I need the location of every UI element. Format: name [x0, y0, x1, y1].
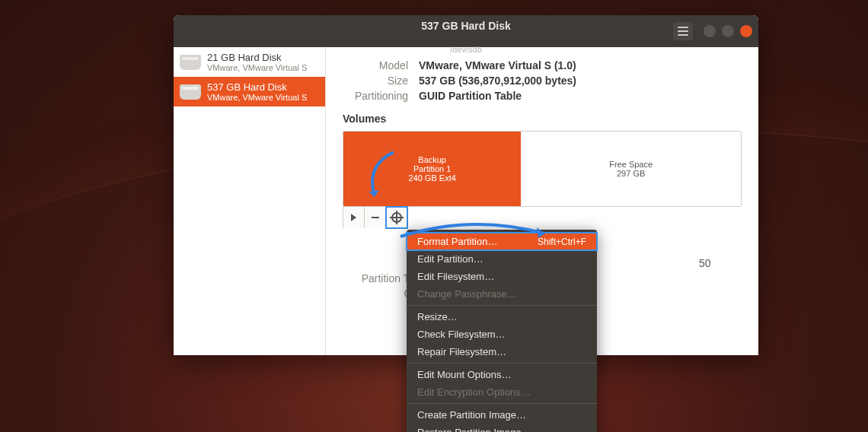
- delete-partition-button[interactable]: [365, 207, 386, 228]
- gear-icon: [391, 212, 402, 223]
- partitioning-value: GUID Partition Table: [419, 90, 522, 102]
- menu-item-label: Edit Encryption Options…: [417, 386, 531, 398]
- partition-name: Free Space: [609, 160, 653, 169]
- partition-size: 240 GB Ext4: [408, 173, 455, 183]
- menu-item-label: Restore Partition Image…: [417, 427, 531, 432]
- disk-list-sidebar: 21 GB Hard Disk VMware, VMware Virtual S…: [174, 47, 326, 355]
- disk-list-item[interactable]: 21 GB Hard Disk VMware, VMware Virtual S: [174, 47, 325, 77]
- menu-separator: [407, 403, 597, 404]
- menu-separator: [407, 305, 597, 306]
- menu-item[interactable]: Create Partition Image…: [407, 406, 597, 424]
- disk-list-item-selected[interactable]: 537 GB Hard Disk VMware, VMware Virtual …: [174, 77, 325, 106]
- hard-disk-icon: [180, 55, 201, 70]
- model-value: VMware, VMware Virtual S (1.0): [419, 59, 576, 71]
- size-label: Size: [343, 75, 408, 87]
- hamburger-menu-button[interactable]: [673, 22, 693, 40]
- menu-item-label: Change Passphrase…: [417, 288, 517, 300]
- menu-item[interactable]: Edit Mount Options…: [407, 366, 597, 383]
- close-button[interactable]: [740, 25, 752, 37]
- partition-name: Backup: [418, 155, 446, 164]
- partition-line2: Partition 1: [413, 164, 452, 173]
- hard-disk-icon: [180, 84, 201, 100]
- menu-item-label: Edit Filesystem…: [417, 271, 494, 282]
- menu-item[interactable]: Edit Partition…: [407, 250, 597, 268]
- window-controls: [673, 22, 752, 40]
- titlebar: 537 GB Hard Disk /dev/sdb: [174, 15, 758, 47]
- disk-item-subtitle: VMware, VMware Virtual S: [207, 93, 307, 102]
- minus-icon: [372, 217, 379, 218]
- mount-play-button[interactable]: [343, 207, 365, 228]
- menu-item: Change Passphrase…: [407, 285, 597, 303]
- menu-item[interactable]: Resize…: [407, 308, 597, 326]
- disk-item-title: 537 GB Hard Disk: [207, 81, 307, 93]
- menu-item[interactable]: Format Partition…Shift+Ctrl+F: [407, 233, 597, 250]
- disk-item-subtitle: VMware, VMware Virtual S: [207, 63, 307, 72]
- disk-item-title: 21 GB Hard Disk: [207, 52, 307, 63]
- model-label: Model: [343, 59, 408, 71]
- menu-item-label: Repair Filesystem…: [417, 346, 506, 357]
- partition-free-space[interactable]: Free Space 297 GB: [521, 132, 741, 206]
- minimize-button[interactable]: [704, 25, 716, 37]
- volumes-diagram[interactable]: Backup Partition 1 240 GB Ext4 Free Spac…: [343, 131, 742, 207]
- menu-separator: [407, 363, 597, 364]
- menu-item-label: Edit Mount Options…: [417, 369, 512, 380]
- menu-item-label: Format Partition…: [417, 236, 497, 247]
- menu-item: Edit Encryption Options…: [407, 383, 597, 401]
- partition-context-menu: Format Partition…Shift+Ctrl+FEdit Partit…: [407, 230, 597, 432]
- menu-item[interactable]: Check Filesystem…: [407, 326, 597, 343]
- play-icon: [351, 214, 356, 221]
- maximize-button[interactable]: [722, 25, 734, 37]
- menu-item-shortcut: Shift+Ctrl+F: [538, 237, 586, 247]
- partition-size: 297 GB: [617, 169, 645, 178]
- partition-backup[interactable]: Backup Partition 1 240 GB Ext4: [343, 132, 521, 206]
- menu-item-label: Edit Partition…: [417, 253, 483, 265]
- partition-options-button[interactable]: [386, 207, 407, 228]
- volumes-heading: Volumes: [343, 113, 742, 125]
- volume-toolbar: [343, 207, 408, 228]
- window-title: 537 GB Hard Disk: [404, 15, 528, 45]
- menu-item[interactable]: Edit Filesystem…: [407, 268, 597, 285]
- partitioning-label: Partitioning: [343, 90, 408, 102]
- uuid-suffix: 50: [699, 257, 711, 269]
- menu-item[interactable]: Repair Filesystem…: [407, 343, 597, 361]
- menu-item-label: Check Filesystem…: [417, 329, 506, 340]
- menu-item-label: Create Partition Image…: [417, 409, 526, 421]
- menu-item[interactable]: Restore Partition Image…: [407, 424, 597, 432]
- size-value: 537 GB (536,870,912,000 bytes): [419, 75, 576, 87]
- menu-item-label: Resize…: [417, 311, 458, 322]
